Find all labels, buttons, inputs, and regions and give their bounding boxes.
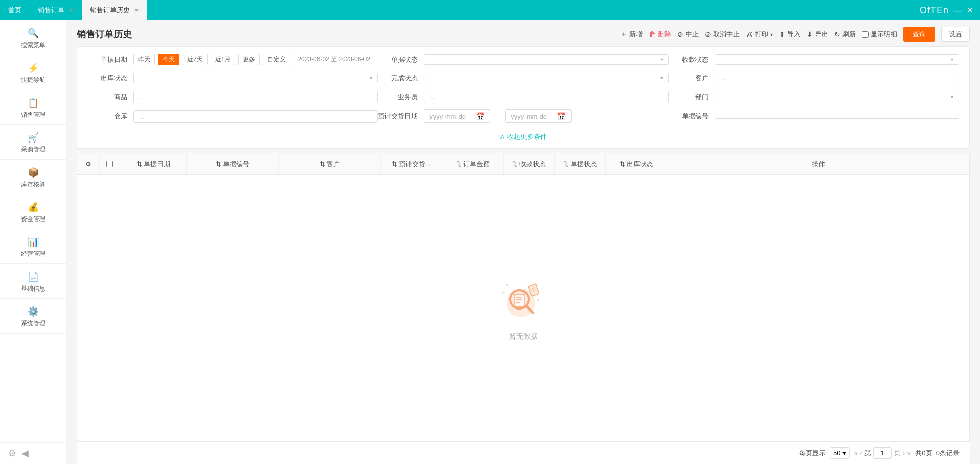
th-amount-text: 订单金额 bbox=[463, 160, 490, 169]
date-btn-custom[interactable]: 自定义 bbox=[263, 54, 290, 65]
show-details-checkbox[interactable] bbox=[862, 31, 869, 38]
print-icon: 🖨 bbox=[746, 30, 753, 38]
next-page-btn[interactable]: › bbox=[903, 449, 905, 457]
refresh-button[interactable]: ↻ 刷新 bbox=[834, 30, 856, 39]
import-label: 导入 bbox=[787, 30, 801, 39]
th-settings[interactable]: ⚙ bbox=[77, 153, 100, 174]
order-status-label: 单据状态 bbox=[378, 55, 424, 64]
pagination: 每页显示 50 ▾ « ‹ 第 页 › » 共0页, 0条记录 bbox=[77, 441, 970, 464]
sidebar-settings-icon[interactable]: ⚙ bbox=[8, 448, 16, 459]
new-button[interactable]: ＋ 新增 bbox=[620, 30, 643, 39]
salesperson-input[interactable]: ... bbox=[424, 91, 668, 103]
setting-button[interactable]: 设置 bbox=[941, 27, 970, 42]
total-info: 共0页, 0条记录 bbox=[915, 449, 960, 458]
print-dropdown-icon: ▾ bbox=[770, 32, 773, 37]
search-menu-icon: 🔍 bbox=[28, 28, 39, 39]
warehouse-input[interactable]: ... bbox=[133, 110, 378, 123]
product-input[interactable]: ... bbox=[133, 91, 378, 103]
th-pay-status[interactable]: ⇅ 收款状态 bbox=[504, 153, 555, 174]
date-label: 单据日期 bbox=[87, 55, 133, 64]
sidebar-bottom: ⚙ ◀ bbox=[0, 442, 66, 464]
date-filter-control: 昨天 今天 近7天 近1月 更多 自定义 2023-06-02 至 2023-0… bbox=[133, 54, 378, 65]
th-checkbox[interactable] bbox=[100, 153, 120, 174]
prev-page-btn[interactable]: ‹ bbox=[860, 449, 862, 457]
window-close[interactable]: ✕ bbox=[966, 5, 974, 16]
complete-select[interactable]: ▾ bbox=[424, 73, 668, 83]
sidebar-item-sales-mgmt[interactable]: 📋 销售管理 bbox=[0, 90, 66, 125]
sidebar-item-inventory-label: 库存核算 bbox=[21, 180, 45, 189]
th-delivery[interactable]: ⇅ 预计交货... bbox=[381, 153, 442, 174]
tab-sales-order[interactable]: 销售订单 ✕ bbox=[30, 0, 82, 20]
sidebar-collapse-icon[interactable]: ◀ bbox=[21, 448, 29, 459]
delivery-start-input[interactable]: yyyy-mm-dd 📅 bbox=[424, 109, 490, 123]
sidebar-item-sales-mgmt-label: 销售管理 bbox=[21, 111, 45, 119]
customer-input[interactable]: ... bbox=[715, 72, 959, 84]
order-number-label: 单据编号 bbox=[669, 112, 715, 121]
print-button[interactable]: 🖨 打印 ▾ bbox=[746, 30, 773, 39]
cancel-stop-button[interactable]: ⊘ 取消中止 bbox=[705, 30, 740, 39]
order-status-select[interactable]: ▾ bbox=[424, 54, 668, 65]
delivery-end-input[interactable]: yyyy-mm-dd 📅 bbox=[505, 109, 572, 123]
filter-row-2: 出库状态 ▾ 完成状态 ▾ 客户 ... bbox=[87, 72, 959, 84]
date-btn-more[interactable]: 更多 bbox=[238, 54, 260, 65]
date-btn-last1m[interactable]: 近1月 bbox=[211, 54, 236, 65]
th-pay-status-text: 收款状态 bbox=[519, 160, 546, 169]
tab-sales-order-close[interactable]: ✕ bbox=[69, 7, 74, 14]
page-size-select[interactable]: 50 ▾ bbox=[830, 447, 850, 459]
th-customer[interactable]: ⇅ 客户 bbox=[279, 153, 381, 174]
export-icon: ⬇ bbox=[807, 30, 813, 38]
new-label: 新增 bbox=[629, 30, 643, 39]
th-order-status[interactable]: ⇅ 单据状态 bbox=[555, 153, 606, 174]
sidebar-item-purchase-mgmt[interactable]: 🛒 采购管理 bbox=[0, 125, 66, 160]
th-operation-text: 操作 bbox=[812, 160, 825, 169]
import-button[interactable]: ⬆ 导入 bbox=[779, 30, 801, 39]
date-btn-today[interactable]: 今天 bbox=[158, 54, 179, 65]
tab-sales-order-history-close[interactable]: ✕ bbox=[134, 7, 139, 14]
sidebar-item-system-mgmt[interactable]: ⚙️ 系统管理 bbox=[0, 299, 66, 334]
th-order-status-text: 单据状态 bbox=[571, 160, 597, 169]
sidebar-item-search-menu[interactable]: 🔍 搜索菜单 bbox=[0, 20, 66, 55]
stop-button[interactable]: ⊘ 中止 bbox=[677, 30, 699, 39]
customer-label: 客户 bbox=[669, 74, 715, 83]
table-body: 暂无数据 bbox=[77, 175, 969, 441]
inventory-icon: 📦 bbox=[28, 167, 39, 178]
tab-home[interactable]: 首页 bbox=[0, 0, 30, 20]
pay-status-select[interactable]: ▾ bbox=[715, 54, 959, 65]
sidebar-item-operations-label: 经营管理 bbox=[21, 250, 45, 258]
export-button[interactable]: ⬇ 导出 bbox=[807, 30, 828, 39]
stop-icon: ⊘ bbox=[677, 30, 683, 38]
th-number-text: 单据编号 bbox=[223, 160, 249, 169]
date-btn-last7[interactable]: 近7天 bbox=[183, 54, 208, 65]
sidebar-item-quick-nav[interactable]: ⚡ 快捷导航 bbox=[0, 55, 66, 90]
purchase-mgmt-icon: 🛒 bbox=[28, 132, 39, 143]
department-select[interactable]: ▾ bbox=[715, 92, 959, 102]
sidebar-item-finance[interactable]: 💰 资金管理 bbox=[0, 194, 66, 229]
page-input[interactable] bbox=[873, 447, 892, 459]
th-date[interactable]: ⇅ 单据日期 bbox=[120, 153, 187, 174]
date-range-text: 2023-06-02 至 2023-06-02 bbox=[298, 55, 370, 64]
delete-button[interactable]: 🗑 删除 bbox=[649, 30, 671, 39]
last-page-btn[interactable]: » bbox=[907, 449, 911, 457]
query-button[interactable]: 查询 bbox=[903, 27, 935, 42]
window-minimize[interactable]: — bbox=[953, 5, 962, 16]
first-page-btn[interactable]: « bbox=[854, 449, 858, 457]
collapse-link[interactable]: ∧ 收起更多条件 bbox=[87, 129, 959, 141]
filter-panel: 单据日期 昨天 今天 近7天 近1月 更多 自定义 2023-06-02 至 2… bbox=[77, 46, 970, 149]
th-stock-status[interactable]: ⇅ 出库状态 bbox=[606, 153, 667, 174]
show-details-button[interactable]: 显示明细 bbox=[862, 30, 897, 39]
finance-icon: 💰 bbox=[28, 202, 39, 213]
main-layout: 🔍 搜索菜单 ⚡ 快捷导航 📋 销售管理 🛒 采购管理 📦 库存核算 💰 资金管… bbox=[0, 20, 980, 464]
order-number-input[interactable] bbox=[715, 114, 959, 119]
tab-sales-order-history[interactable]: 销售订单历史 ✕ bbox=[82, 0, 147, 20]
select-all-checkbox[interactable] bbox=[106, 161, 113, 167]
th-amount[interactable]: ⇅ 订单金额 bbox=[442, 153, 504, 174]
sidebar-item-purchase-mgmt-label: 采购管理 bbox=[21, 145, 45, 154]
th-number[interactable]: ⇅ 单据编号 bbox=[187, 153, 279, 174]
sidebar-item-operations[interactable]: 📊 经营管理 bbox=[0, 229, 66, 264]
sidebar-item-basic-info[interactable]: 📄 基础信息 bbox=[0, 264, 66, 299]
stock-out-select[interactable]: ▾ bbox=[133, 73, 378, 83]
product-label: 商品 bbox=[87, 93, 133, 102]
sidebar-item-inventory[interactable]: 📦 库存核算 bbox=[0, 160, 66, 194]
date-btn-yesterday[interactable]: 昨天 bbox=[133, 54, 155, 65]
th-operation: 操作 bbox=[667, 153, 969, 174]
